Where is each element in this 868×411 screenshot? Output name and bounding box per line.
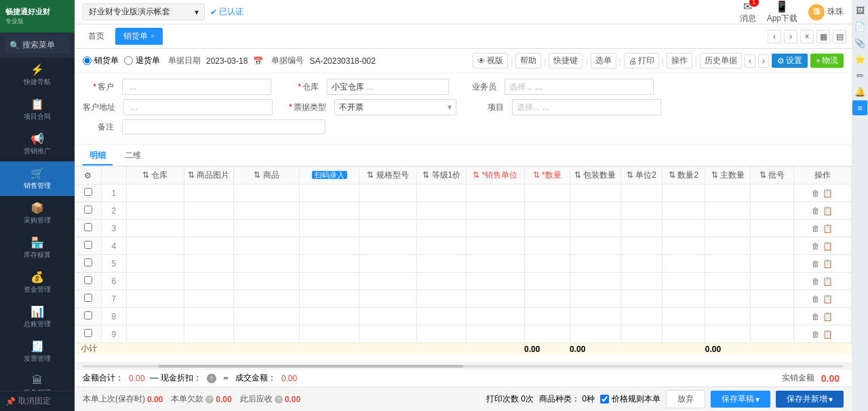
- tab-nav-next[interactable]: ›: [784, 30, 797, 43]
- invoice-select[interactable]: 不开票 ▾: [334, 99, 456, 115]
- tab-nav-close[interactable]: ×: [800, 30, 814, 43]
- row-qty[interactable]: [524, 326, 570, 343]
- sidebar-item-project-contract[interactable]: 📋 项目合同: [0, 92, 75, 127]
- warehouse-dots[interactable]: ...: [367, 82, 374, 92]
- row-qty[interactable]: [524, 184, 570, 202]
- row-copy-icon[interactable]: 📋: [823, 206, 833, 216]
- row-spec[interactable]: [359, 220, 416, 237]
- row-pkgqty[interactable]: [570, 308, 621, 326]
- row-mainqty[interactable]: [705, 255, 751, 273]
- row-pic[interactable]: [184, 255, 233, 273]
- right-panel-icon-2[interactable]: 📄: [852, 19, 867, 34]
- next-record-btn[interactable]: ›: [758, 54, 769, 68]
- row-product[interactable]: [233, 202, 299, 220]
- row-delete-icon[interactable]: 🗑: [812, 224, 820, 233]
- row-saleunit[interactable]: [467, 290, 524, 308]
- row-pkgqty[interactable]: [570, 202, 621, 220]
- row-product[interactable]: [233, 237, 299, 255]
- row-product[interactable]: [233, 220, 299, 237]
- radio-return[interactable]: [124, 56, 133, 65]
- row-mainqty[interactable]: [705, 273, 751, 290]
- row-delete-icon[interactable]: 🗑: [812, 259, 820, 269]
- row-pkgqty[interactable]: [570, 273, 621, 290]
- row-pic[interactable]: [184, 326, 233, 343]
- row-batch[interactable]: [751, 237, 793, 255]
- sidebar-item-invoicing[interactable]: 🧾 发票管理: [0, 334, 75, 369]
- row-mainqty[interactable]: [705, 237, 751, 255]
- row-pkgqty[interactable]: [570, 184, 621, 202]
- note-input[interactable]: [122, 119, 326, 134]
- row-batch[interactable]: [751, 326, 793, 343]
- row-batchin[interactable]: [300, 202, 359, 220]
- row-warehouse[interactable]: [126, 184, 184, 202]
- row-delete-icon[interactable]: 🗑: [812, 241, 820, 251]
- col-settings[interactable]: ⚙: [75, 167, 102, 184]
- row-mainqty[interactable]: [705, 326, 751, 343]
- row-checkbox[interactable]: [84, 311, 92, 319]
- col-batch[interactable]: ⇅ 批号: [751, 167, 793, 184]
- right-panel-icon-active[interactable]: ≡: [852, 100, 867, 115]
- col-qty2[interactable]: ⇅ 数量2: [662, 167, 705, 184]
- row-spec[interactable]: [359, 184, 416, 202]
- row-copy-icon[interactable]: 📋: [823, 259, 833, 269]
- row-batchin[interactable]: [300, 220, 359, 237]
- tab-nav-prev[interactable]: ‹: [768, 30, 781, 43]
- sidebar-item-quick-nav[interactable]: ⚡ 快捷导航: [0, 58, 75, 92]
- warehouse-input[interactable]: 小宝仓库 ...: [327, 79, 449, 95]
- col-spec[interactable]: ⇅ 规格型号: [359, 167, 416, 184]
- col-batchin[interactable]: 扫码录入: [300, 167, 359, 184]
- price-rule-check[interactable]: [600, 395, 609, 404]
- row-price[interactable]: [417, 326, 467, 343]
- tab-sales-order[interactable]: 销货单 ×: [115, 28, 163, 45]
- sidebar-item-marketing[interactable]: 📢 营销推广: [0, 127, 75, 161]
- row-spec[interactable]: [359, 202, 416, 220]
- abandon-button[interactable]: 放弃: [666, 390, 705, 408]
- row-qty2[interactable]: [662, 220, 705, 237]
- row-batchin[interactable]: [300, 184, 359, 202]
- row-batchin[interactable]: [300, 326, 359, 343]
- row-qty2[interactable]: [662, 237, 705, 255]
- save-draft-button[interactable]: 保存草稿 ▾: [711, 391, 770, 408]
- sidebar-unpin-button[interactable]: 📌 取消固定: [0, 391, 75, 411]
- user-avatar[interactable]: 珠 珠珠: [808, 4, 844, 20]
- sidebar-item-funds[interactable]: 💰 资金管理: [0, 265, 75, 300]
- row-unit2[interactable]: [621, 290, 663, 308]
- row-copy-icon[interactable]: 📋: [823, 224, 833, 233]
- history-btn[interactable]: 历史单据: [700, 53, 742, 68]
- row-pic[interactable]: [184, 184, 233, 202]
- row-spec[interactable]: [359, 326, 416, 343]
- row-batch[interactable]: [751, 220, 793, 237]
- sidebar-item-tax[interactable]: 🏛 税务管理: [0, 369, 75, 391]
- right-panel-icon-1[interactable]: 🖼: [852, 3, 867, 18]
- select-btn[interactable]: 选单: [591, 53, 616, 68]
- row-unit2[interactable]: [621, 273, 663, 290]
- row-price[interactable]: [417, 202, 467, 220]
- row-saleunit[interactable]: [467, 273, 524, 290]
- logistics-btn[interactable]: + 物流: [810, 54, 844, 68]
- row-copy-icon[interactable]: 📋: [823, 312, 833, 321]
- row-pic[interactable]: [184, 273, 233, 290]
- row-pic[interactable]: [184, 202, 233, 220]
- row-saleunit[interactable]: [467, 326, 524, 343]
- row-batch[interactable]: [751, 290, 793, 308]
- salesperson-dots[interactable]: ...: [535, 82, 542, 92]
- row-checkbox[interactable]: [84, 329, 92, 337]
- row-saleunit[interactable]: [467, 308, 524, 326]
- tab-erwei[interactable]: 二维: [118, 147, 148, 165]
- row-price[interactable]: [417, 308, 467, 326]
- radio-return-label[interactable]: 退货单: [124, 55, 160, 66]
- row-saleunit[interactable]: [467, 255, 524, 273]
- shortcut-btn[interactable]: 快捷键: [549, 53, 583, 68]
- row-checkbox[interactable]: [84, 258, 92, 267]
- col-pkgqty[interactable]: ⇅ 包装数量: [570, 167, 621, 184]
- row-product[interactable]: [233, 308, 299, 326]
- row-price[interactable]: [417, 255, 467, 273]
- row-delete-icon[interactable]: 🗑: [812, 277, 820, 286]
- customer-dots[interactable]: ...: [130, 82, 136, 92]
- row-delete-icon[interactable]: 🗑: [812, 206, 820, 216]
- help-debt-icon[interactable]: ?: [205, 395, 214, 404]
- row-pic[interactable]: [184, 290, 233, 308]
- row-product[interactable]: [233, 273, 299, 290]
- row-qty[interactable]: [524, 202, 570, 220]
- col-price[interactable]: ⇅ 等级1价: [417, 167, 467, 184]
